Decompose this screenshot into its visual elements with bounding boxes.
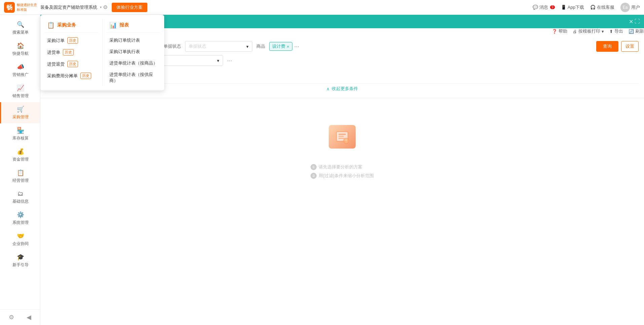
help-btn[interactable]: ❓ 帮助: [552, 28, 567, 34]
sidebar-item-sales[interactable]: 📈 销售管理: [0, 81, 40, 102]
user-menu-btn[interactable]: Ea 用户: [620, 3, 640, 12]
settings-bottom-btn[interactable]: ⚙: [9, 314, 14, 321]
purchase-dropdown-menu: 📋 采购业务 采购订单 历史 进货单 历史 进货退货 历史 采购费用分摊单 历史…: [40, 15, 164, 90]
finance-icon: 💰: [17, 148, 24, 155]
search-icon: 🔍: [17, 21, 24, 28]
system-icon: ⚙️: [17, 211, 24, 218]
goods-filter-area: 设计费 × ···: [269, 42, 299, 51]
headset-icon: 🎧: [590, 5, 596, 10]
logo: 畅 畅捷通好生意标准版: [4, 2, 38, 13]
help-icon: ❓: [552, 29, 557, 34]
purchase-order-label: 采购订单: [47, 38, 65, 44]
goods-tag-close[interactable]: ×: [287, 44, 289, 49]
sidebar-item-label: 系统管理: [12, 220, 29, 226]
collapse-up-icon: ∧: [326, 86, 330, 91]
sidebar-item-marketing[interactable]: 📣 营销推广: [0, 60, 40, 81]
topbar-right: 💬 消息 9 📱 App下载 🎧 在线客服 Ea 用户: [533, 3, 640, 12]
history-badge-4: 历史: [80, 73, 91, 79]
inbound-label: 进货单: [47, 49, 60, 55]
operations-icon: 📋: [17, 169, 24, 176]
sidebar-item-label: 经营管理: [12, 178, 29, 184]
history-badge-3: 历史: [67, 61, 78, 67]
notif-badge: 9: [550, 5, 555, 9]
inbound-stats-goods-label: 进货单统计表（按商品）: [109, 60, 157, 66]
gear-icon[interactable]: ⚙: [103, 4, 108, 10]
salesman-dropdown-icon: ▾: [217, 58, 219, 63]
sidebar-item-inventory[interactable]: 🏪 库存核算: [0, 123, 40, 145]
home-icon: 🏠: [17, 42, 24, 49]
sidebar-item-label: 库存核算: [12, 135, 29, 141]
status-select[interactable]: 单据状态 ▾: [185, 41, 252, 52]
guide-icon: 🎓: [17, 253, 24, 261]
marketing-icon: 📣: [17, 63, 24, 71]
message-icon: 💬: [533, 5, 538, 10]
sys-dropdown-icon[interactable]: ▾: [100, 5, 102, 9]
sidebar-item-guide[interactable]: 🎓 新手引导: [0, 250, 40, 271]
svg-rect-3: [338, 138, 345, 139]
dropdown-item-order-exec[interactable]: 采购订单执行表: [107, 46, 160, 57]
sidebar-item-finance[interactable]: 💰 资金管理: [0, 145, 40, 166]
dropdown-item-return[interactable]: 进货退货 历史: [44, 58, 98, 70]
empty-tips: ① 请先选择要分析的方案 ② 用[过滤]条件来缩小分析范围: [311, 163, 373, 180]
dropdown-item-inbound-stats-supplier[interactable]: 进货单统计表（按供应商）: [107, 69, 160, 86]
empty-svg: !: [334, 128, 351, 145]
sidebar-item-basic[interactable]: 🗂 基础信息: [0, 187, 40, 208]
sidebar-item-operations[interactable]: 📋 经营管理: [0, 166, 40, 187]
online-service-btn[interactable]: 🎧 在线客服: [590, 4, 614, 10]
goods-dots[interactable]: ···: [294, 43, 299, 50]
dropdown-item-expense[interactable]: 采购费用分摊单 历史: [44, 70, 98, 82]
maximize-btn[interactable]: ⛶: [635, 18, 640, 25]
print-btn[interactable]: 🖨 按模板打印 ▾: [573, 28, 604, 34]
empty-state: ! ① 请先选择要分析的方案 ② 用[过滤]条件来缩小分析范围: [40, 98, 644, 207]
filter-actions: 查询 设置: [596, 41, 639, 52]
history-badge-1: 历史: [67, 37, 78, 44]
svg-text:!: !: [346, 139, 347, 143]
sidebar-item-label: 企业协同: [12, 241, 29, 247]
sidebar-item-label: 快捷导航: [12, 51, 29, 56]
salesman-select[interactable]: ▾: [156, 55, 223, 66]
export-btn[interactable]: ⬆ 导出: [609, 28, 623, 34]
sidebar-item-label: 采购管理: [12, 114, 29, 120]
dropdown-item-order-stats[interactable]: 采购订单统计表: [107, 35, 160, 46]
tip-num-2: ②: [311, 173, 317, 179]
sidebar-item-label: 营销推广: [12, 72, 29, 78]
close-window-btn[interactable]: ✕: [629, 18, 633, 25]
collapse-sidebar-btn[interactable]: ◀: [27, 314, 31, 321]
settings-btn[interactable]: 设置: [621, 41, 639, 52]
phone-icon: 📱: [561, 5, 566, 10]
dropdown-col-report-title: 📊 报表: [107, 19, 160, 33]
query-btn[interactable]: 查询: [596, 41, 618, 52]
dropdown-col-business-title: 📋 采购业务: [44, 19, 98, 33]
empty-tip-2: ② 用[过滤]条件来缩小分析范围: [311, 171, 373, 180]
dropdown-item-inbound-stats-goods[interactable]: 进货单统计表（按商品）: [107, 57, 160, 69]
salesman-dots[interactable]: ···: [227, 57, 232, 64]
dropdown-item-purchase-order[interactable]: 采购订单 历史: [44, 35, 98, 46]
sidebar-item-label: 资金管理: [12, 157, 29, 162]
empty-illustration: !: [329, 125, 356, 149]
sales-icon: 📈: [17, 84, 24, 92]
inbound-stats-supplier-label: 进货单统计表（按供应商）: [109, 72, 158, 84]
print-icon: 🖨: [573, 29, 577, 34]
collab-icon: 🤝: [17, 232, 24, 240]
refresh-btn[interactable]: 🔄 刷新: [629, 28, 644, 34]
sidebar-item-collab[interactable]: 🤝 企业协同: [0, 229, 40, 250]
svg-rect-2: [338, 136, 344, 137]
industry-btn[interactable]: 体验行业方案: [112, 3, 147, 12]
sidebar-item-search[interactable]: 🔍 搜索菜单: [0, 17, 40, 39]
sidebar-item-label: 基础信息: [12, 199, 29, 204]
sidebar-item-system[interactable]: ⚙️ 系统管理: [0, 208, 40, 229]
sidebar-item-nav[interactable]: 🏠 快捷导航: [0, 39, 40, 60]
status-dropdown-icon: ▾: [246, 44, 249, 49]
goods-tag: 设计费 ×: [269, 42, 292, 51]
sys-name-label: 装备及固定资产辅助管理系统: [40, 4, 97, 10]
app-download-btn[interactable]: 📱 App下载: [561, 4, 584, 10]
refresh-icon: 🔄: [629, 29, 634, 34]
notifications-btn[interactable]: 💬 消息 9: [533, 4, 555, 10]
order-stats-label: 采购订单统计表: [109, 37, 140, 43]
expense-label: 采购费用分摊单: [47, 73, 78, 79]
empty-icon: !: [325, 125, 359, 159]
sidebar-item-label: 新手引导: [12, 262, 29, 268]
sidebar-item-purchase[interactable]: 🛒 采购管理: [0, 102, 40, 123]
inventory-icon: 🏪: [17, 127, 24, 134]
dropdown-item-inbound[interactable]: 进货单 历史: [44, 46, 98, 58]
